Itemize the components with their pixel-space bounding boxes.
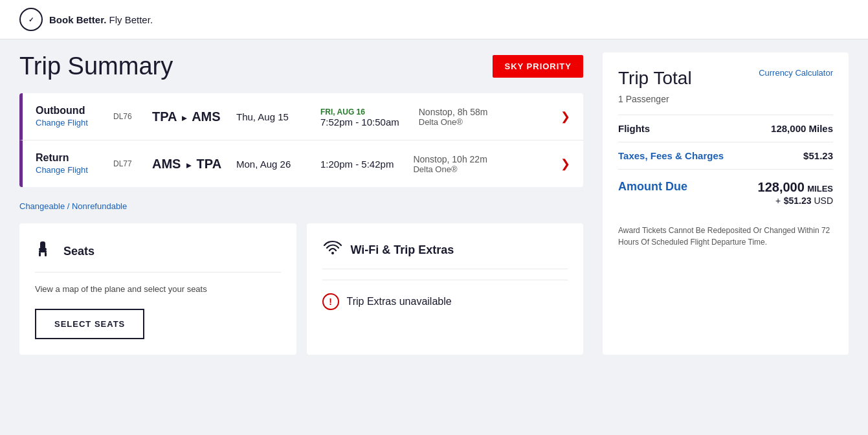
flights-card: Outbound Change Flight DL76 TPA ▸ AMS Th…: [19, 93, 583, 187]
return-cabin: Delta One®: [413, 164, 561, 174]
page-title-row: Trip Summary SKY PRIORITY: [19, 52, 583, 80]
outbound-route: TPA ▸ AMS: [152, 109, 236, 124]
passenger-count: 1 Passenger: [618, 94, 833, 104]
select-seats-button[interactable]: SELECT SEATS: [35, 309, 144, 339]
return-nonstop-label: Nonstop, 10h 22m: [413, 154, 561, 164]
changeable-note: Changeable / Nonrefundable: [19, 195, 583, 221]
award-note: Award Tickets Cannot Be Redeposited Or C…: [618, 225, 833, 248]
return-flight-row: Return Change Flight DL77 AMS ▸ TPA Mon,…: [19, 140, 583, 187]
miles-amount-line: 128,000 MILES: [758, 180, 833, 195]
return-nonstop: Nonstop, 10h 22m Delta One®: [413, 154, 561, 174]
return-label-col: Return Change Flight: [36, 152, 113, 175]
seats-card-label: Seats: [63, 245, 95, 258]
wifi-card-label: Wi-Fi & Trip Extras: [351, 243, 454, 257]
outbound-label: Outbound: [36, 105, 113, 117]
flights-value: 128,000 Miles: [771, 123, 833, 134]
page-title: Trip Summary: [19, 52, 173, 80]
outbound-change-flight-link[interactable]: Change Flight: [36, 118, 88, 128]
extras-section: Seats View a map of the plane and select…: [19, 223, 583, 355]
return-route: AMS ▸ TPA: [152, 157, 236, 172]
outbound-flight-row: Outbound Change Flight DL76 TPA ▸ AMS Th…: [19, 93, 583, 140]
outbound-dest: AMS: [192, 109, 220, 124]
seat-icon: [35, 239, 56, 264]
outbound-nonstop-label: Nonstop, 8h 58m: [419, 107, 561, 117]
amount-due-row: Amount Due 128,000 MILES + $51.23 USD: [618, 169, 833, 217]
return-change-flight-link[interactable]: Change Flight: [36, 165, 88, 175]
plus-sign: +: [775, 195, 781, 206]
outbound-arrival-date: FRI, AUG 16: [320, 107, 365, 117]
seats-card: Seats View a map of the plane and select…: [19, 223, 296, 355]
return-arrow: ▸: [186, 160, 191, 170]
outbound-time: FRI, AUG 16 7:52pm - 10:50am: [320, 106, 399, 128]
amount-due-label: Amount Due: [618, 180, 687, 194]
trip-total-title: Trip Total: [618, 68, 692, 89]
taxes-label: Taxes, Fees & Charges: [618, 150, 724, 161]
main-container: Trip Summary SKY PRIORITY Outbound Chang…: [0, 39, 868, 368]
svg-rect-3: [39, 252, 41, 256]
return-flight-number: DL77: [113, 159, 146, 168]
right-panel: Trip Total Currency Calculator 1 Passeng…: [603, 52, 849, 355]
outbound-time-value: 7:52pm - 10:50am: [320, 117, 399, 128]
return-expand-icon[interactable]: ❯: [561, 157, 570, 171]
wifi-icon: [322, 239, 343, 261]
return-dest: TPA: [197, 157, 222, 171]
seats-card-title: Seats: [35, 239, 281, 273]
return-date: Mon, Aug 26: [236, 159, 307, 170]
return-label: Return: [36, 152, 113, 164]
miles-amount: 128,000: [758, 180, 805, 194]
outbound-arrow: ▸: [182, 113, 186, 123]
svg-point-5: [331, 252, 334, 254]
svg-rect-4: [45, 252, 47, 256]
outbound-nonstop: Nonstop, 8h 58m Delta One®: [419, 107, 561, 127]
sky-priority-badge: SKY PRIORITY: [493, 55, 583, 78]
outbound-origin: TPA: [152, 109, 177, 124]
usd-amount-line: + $51.23 USD: [758, 195, 833, 206]
currency-calculator-link[interactable]: Currency Calculator: [759, 68, 833, 78]
flights-cost-row: Flights 128,000 Miles: [618, 115, 833, 142]
outbound-cabin: Delta One®: [419, 117, 561, 127]
logo-text: Book Better. Fly Better.: [49, 14, 153, 25]
wifi-card: Wi-Fi & Trip Extras ! Trip Extras unavai…: [307, 223, 584, 355]
left-panel: Trip Summary SKY PRIORITY Outbound Chang…: [19, 52, 583, 355]
outbound-date: Thu, Aug 15: [236, 111, 307, 122]
taxes-value: $51.23: [803, 150, 833, 161]
miles-label: MILES: [807, 184, 833, 194]
trip-extras-unavailable: ! Trip Extras unavailable: [322, 293, 568, 310]
outbound-flight-number: DL76: [113, 112, 146, 121]
return-time-value: 1:20pm - 5:42pm: [320, 159, 394, 170]
logo-icon: ✓: [19, 8, 43, 31]
usd-amount: $51.23 USD: [784, 195, 833, 206]
wifi-card-title: Wi-Fi & Trip Extras: [322, 239, 568, 269]
outbound-expand-icon[interactable]: ❯: [561, 109, 570, 124]
amount-due-value: 128,000 MILES + $51.23 USD: [758, 180, 833, 206]
taxes-row: Taxes, Fees & Charges $51.23: [618, 142, 833, 169]
alert-icon: !: [322, 293, 339, 310]
svg-rect-2: [39, 251, 47, 252]
seats-description: View a map of the plane and select your …: [35, 283, 281, 296]
trip-total-header: Trip Total Currency Calculator: [618, 68, 833, 89]
return-time: 1:20pm - 5:42pm: [320, 159, 394, 170]
header: ✓ Book Better. Fly Better.: [0, 0, 868, 39]
flights-label: Flights: [618, 123, 650, 134]
unavailable-text: Trip Extras unavailable: [347, 296, 452, 307]
svg-rect-1: [39, 248, 47, 251]
return-origin: AMS: [152, 157, 181, 171]
outbound-label-col: Outbound Change Flight: [36, 105, 113, 128]
